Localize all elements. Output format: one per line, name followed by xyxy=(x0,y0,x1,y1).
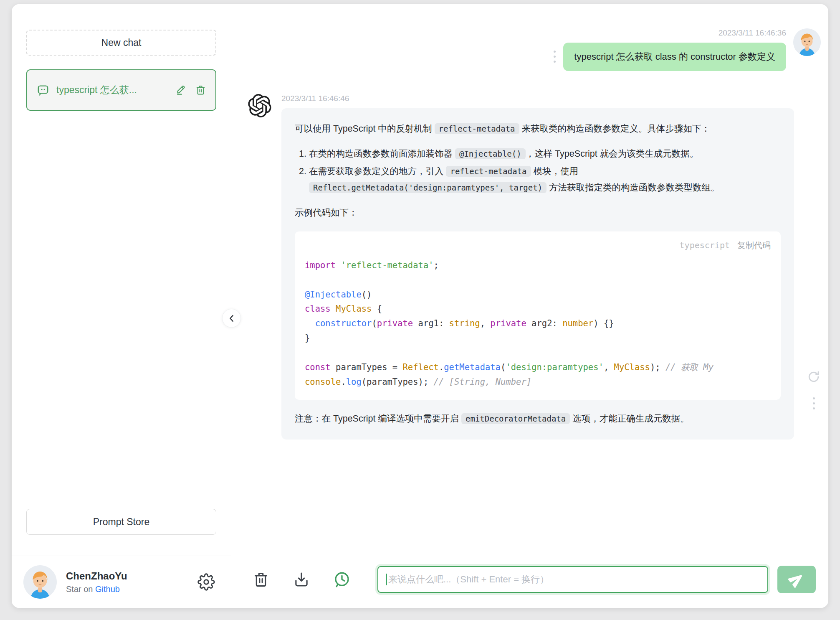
user-message-menu-icon[interactable] xyxy=(552,48,557,65)
sidebar: New chat typescript 怎么获... xyxy=(12,4,231,608)
assistant-message: 2023/3/11 16:46:46 可以使用 TypeScript 中的反射机… xyxy=(248,94,821,440)
user-message: 2023/3/11 16:46:36 typescript 怎么获取 class… xyxy=(248,28,821,71)
app-window: New chat typescript 怎么获... xyxy=(12,4,828,608)
assistant-message-timestamp: 2023/3/11 16:46:46 xyxy=(281,94,794,103)
sidebar-footer: ChenZhaoYu Star on Github xyxy=(12,556,231,608)
inline-code: Reflect.getMetadata('design:paramtypes',… xyxy=(309,182,547,193)
prompt-store-label: Prompt Store xyxy=(93,516,150,528)
profile-name: ChenZhaoYu xyxy=(66,570,188,582)
code-block: typescript 复制代码 import 'reflect-metadata… xyxy=(295,231,781,400)
github-link[interactable]: Github xyxy=(95,584,120,594)
clear-chat-button[interactable] xyxy=(249,568,273,591)
assistant-message-menu-icon[interactable] xyxy=(811,395,817,412)
inline-code: emitDecoratorMetadata xyxy=(461,413,570,424)
chat-main: 2023/3/11 16:46:36 typescript 怎么获取 class… xyxy=(232,4,828,608)
user-message-bubble: typescript 怎么获取 class 的 constructor 参数定义 xyxy=(563,43,786,71)
sidebar-collapse-button[interactable] xyxy=(222,309,241,328)
edit-icon[interactable] xyxy=(175,84,187,96)
history-button[interactable] xyxy=(330,568,354,591)
code-line: console.log(paramTypes); // [String, Num… xyxy=(305,375,771,389)
assistant-intro: 可以使用 TypeScript 中的反射机制 reflect-metadata … xyxy=(295,121,781,137)
assistant-note: 注意：在 TypeScript 编译选项中需要开启 emitDecoratorM… xyxy=(295,411,781,427)
code-line: class MyClass { xyxy=(305,302,771,316)
code-line: const paramTypes = Reflect.getMetadata('… xyxy=(305,360,771,375)
profile-meta: ChenZhaoYu Star on Github xyxy=(66,570,188,594)
user-message-timestamp: 2023/3/11 16:46:36 xyxy=(719,28,786,38)
trash-icon xyxy=(252,571,270,588)
chat-scroll-area[interactable]: 2023/3/11 16:46:36 typescript 怎么获取 class… xyxy=(232,4,828,554)
clock-history-icon xyxy=(333,570,351,589)
new-chat-button[interactable]: New chat xyxy=(26,30,216,56)
profile-subtitle: Star on Github xyxy=(66,584,188,594)
conversation-title: typescript 怎么获... xyxy=(56,84,169,97)
settings-gear-icon[interactable] xyxy=(197,573,215,591)
copy-code-button[interactable]: 复制代码 xyxy=(737,238,771,253)
step-item: 在类的构造函数参数前面添加装饰器 @Injectable()，这样 TypeSc… xyxy=(309,146,781,162)
code-line: @Injectable() xyxy=(305,287,771,302)
sidebar-body: New chat typescript 怎么获... xyxy=(12,4,231,556)
regenerate-icon[interactable] xyxy=(807,370,821,384)
composer-bar xyxy=(232,554,828,608)
assistant-message-bubble: 可以使用 TypeScript 中的反射机制 reflect-metadata … xyxy=(281,108,794,440)
new-chat-label: New chat xyxy=(101,37,142,48)
openai-logo-icon xyxy=(248,94,271,117)
assistant-steps-list: 在类的构造函数参数前面添加装饰器 @Injectable()，这样 TypeSc… xyxy=(295,146,781,196)
code-line: } xyxy=(305,331,771,346)
code-line: constructor(private arg1: string, privat… xyxy=(305,316,771,331)
message-input-wrap xyxy=(377,566,768,593)
user-avatar xyxy=(23,565,57,599)
code-content: import 'reflect-metadata'; @Injectable()… xyxy=(305,258,771,389)
code-language-label: typescript xyxy=(680,238,730,253)
code-line: import 'reflect-metadata'; xyxy=(305,258,771,273)
code-line xyxy=(305,273,771,287)
step-item: 在需要获取参数定义的地方，引入 reflect-metadata 模块，使用 R… xyxy=(309,163,781,196)
paper-plane-icon xyxy=(787,569,807,590)
assistant-example-lead: 示例代码如下： xyxy=(295,205,781,221)
message-input[interactable] xyxy=(377,566,768,593)
download-icon xyxy=(293,571,310,588)
delete-conversation-icon[interactable] xyxy=(195,84,206,96)
inline-code: reflect-metadata xyxy=(446,166,531,177)
prompt-store-button[interactable]: Prompt Store xyxy=(26,509,216,535)
text-caret xyxy=(386,574,387,585)
export-button[interactable] xyxy=(290,568,313,591)
user-message-avatar xyxy=(793,28,821,56)
send-button[interactable] xyxy=(777,566,816,593)
assistant-actions xyxy=(807,94,821,412)
inline-code: reflect-metadata xyxy=(435,123,519,134)
conversation-actions xyxy=(175,84,206,96)
code-block-header: typescript 复制代码 xyxy=(305,238,771,253)
chat-bubble-icon xyxy=(36,84,50,97)
inline-code: @Injectable() xyxy=(455,148,526,159)
conversation-item[interactable]: typescript 怎么获... xyxy=(26,69,216,111)
chevron-left-icon xyxy=(227,314,236,323)
code-line xyxy=(305,346,771,360)
